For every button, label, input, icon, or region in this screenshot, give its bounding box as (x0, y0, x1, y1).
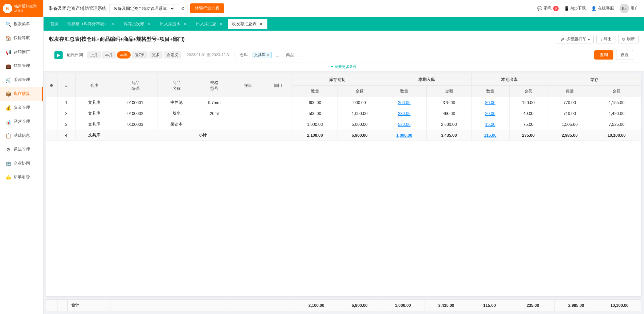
col-out-amt-header: 金额 (509, 86, 547, 97)
row-open-qty: 600.00 (293, 97, 337, 108)
basic-info-icon: 📋 (5, 133, 11, 138)
tab-recv_send[interactable]: 收发存汇总表✕ (228, 19, 267, 29)
col-settings-header[interactable]: ⚙ (46, 74, 57, 97)
goods-filter-label: 商品 (286, 52, 294, 58)
tab-close-inout_summary[interactable]: ✕ (218, 21, 223, 26)
sidebar-item-operations[interactable]: 📊经营管理 (0, 115, 43, 129)
tab-inventory_dist[interactable]: 现存量（库存分布表）✕ (63, 19, 119, 29)
row-out-qty[interactable]: 80.00 (471, 97, 509, 108)
search-icon: 🔍 (5, 21, 11, 27)
sidebar-item-label-finance: 资金管理 (14, 105, 30, 111)
date-btn-近7天[interactable]: 近7天 (132, 51, 148, 59)
row-spec (195, 119, 233, 130)
date-btn-自定义[interactable]: 自定义 (164, 51, 181, 59)
tab-home[interactable]: 首页 (46, 19, 63, 29)
online-service-label: 在线客服 (598, 5, 614, 11)
export-btn[interactable]: ↓ 导出 (596, 35, 615, 44)
date-btn-本年[interactable]: 本年 (117, 51, 131, 59)
row-out-qty[interactable]: 15.00 (471, 119, 509, 130)
row-close-amt: 1,420.00 (592, 108, 641, 119)
experience-btn[interactable]: 体验行业方案 (190, 3, 224, 13)
sidebar-item-newbie[interactable]: 🌟新手引导 (0, 170, 43, 184)
export-icon: ↓ (600, 37, 602, 42)
close-icon-inout_flow[interactable]: ✕ (182, 21, 187, 26)
goods-more-btn[interactable]: ... (298, 53, 302, 57)
system-select[interactable]: 装备及固定资产辅助管理系统 (109, 4, 175, 13)
close-icon-batch[interactable]: ✕ (146, 21, 151, 26)
sidebar-item-finance[interactable]: 💰资金管理 (0, 101, 43, 115)
date-btn-更多[interactable]: 更多 (149, 51, 163, 59)
tab-inout_flow[interactable]: 出入库流水✕ (156, 19, 191, 29)
expand-more-btn[interactable]: ▾ 展开更多条件 (331, 64, 357, 69)
user-item[interactable]: Ea 用户 (620, 4, 639, 13)
sidebar-item-quick-nav[interactable]: 🏠快捷导航 (0, 31, 43, 45)
settings-gear-icon[interactable]: ⚙ (178, 4, 187, 13)
tab-label-home: 首页 (50, 21, 59, 27)
col-in-qty-header: 数量 (382, 86, 427, 97)
warehouse-more-btn[interactable]: ... (276, 53, 279, 57)
warehouse-tag-close-icon[interactable]: ✕ (267, 53, 269, 57)
sidebar-item-inventory[interactable]: 📦库存核算 (0, 87, 43, 101)
sidebar-item-enterprise[interactable]: 🏢企业协同 (0, 156, 43, 170)
close-icon-inventory_dist[interactable]: ✕ (110, 21, 115, 26)
row-out-qty[interactable]: 20.00 (471, 108, 509, 119)
warehouse-filter-label: 仓库 (240, 52, 248, 58)
col-dept-header: 部门 (263, 74, 293, 97)
row-out-amt: 75.00 (509, 119, 547, 130)
tab-close-batch[interactable]: ✕ (146, 21, 151, 26)
sub-label: 小计 (113, 130, 293, 141)
date-btn-上月[interactable]: 上月 (87, 51, 101, 59)
refresh-btn[interactable]: ↻ 刷新 (618, 35, 639, 44)
table-row: 3 文具库 0100003 采访本 1,000.00 5,000.00 520.… (46, 119, 641, 130)
tab-close-recv_send[interactable]: ✕ (259, 21, 263, 26)
col-project-header: 项目 (233, 74, 263, 97)
newbie-icon: 🌟 (5, 175, 11, 180)
row-in-qty[interactable]: 520.00 (382, 119, 427, 130)
row-out-amt: 120.00 (509, 97, 547, 108)
sub-in-qty[interactable]: 1,000.00 (382, 130, 427, 141)
sidebar-item-marketing[interactable]: 📢营销推广 (0, 45, 43, 59)
row-in-qty[interactable]: 230.00 (382, 108, 427, 119)
row-dept (263, 108, 293, 119)
online-service-item[interactable]: 👤 在线客服 (591, 5, 614, 11)
sidebar-item-label-inventory: 库存核算 (14, 91, 30, 97)
close-icon-inout_summary[interactable]: ✕ (218, 21, 223, 26)
date-quick-btns: 上月本月本年近7天更多自定义 (87, 51, 181, 59)
tabs-bar: 首页现存量（库存分布表）✕库存批次账✕出入库流水✕出入库汇总✕收发存汇总表✕ (44, 17, 644, 31)
row-code: 0100002 (113, 108, 158, 119)
warehouse-tag-text: 文具库 (254, 52, 265, 57)
operations-icon: 📊 (5, 119, 11, 125)
purchase-icon: 🛒 (5, 77, 11, 83)
setting-btn[interactable]: 设置 (616, 50, 633, 60)
tab-close-inout_flow[interactable]: ✕ (182, 21, 187, 26)
total-close-qty-cell: 2,985.00 (555, 300, 598, 311)
sidebar-item-sales[interactable]: 💼销售管理 (0, 59, 43, 73)
tab-batch[interactable]: 库存批次账✕ (120, 19, 155, 29)
date-btn-本月[interactable]: 本月 (102, 51, 116, 59)
app-download-item[interactable]: 📱 App下载 (564, 5, 586, 11)
page-title-row: 收发存汇总表(按仓库+商品编码+商品+规格型号+项目+部门) 🖨 拣货版打印 ▾… (49, 35, 639, 44)
sidebar-item-search[interactable]: 🔍搜索菜单 (0, 17, 43, 31)
user-label: 用户 (630, 5, 639, 11)
print-btn[interactable]: 🖨 拣货版打印 ▾ (557, 35, 594, 44)
total-out-amt-cell: 235.00 (511, 300, 555, 311)
message-item[interactable]: 💬 消息 6 (537, 5, 559, 11)
sub-out-qty[interactable]: 115.00 (471, 130, 509, 141)
row-name: 胶水 (158, 108, 195, 119)
sidebar-item-system[interactable]: ⚙系统管理 (0, 143, 43, 156)
table-row: 2 文具库 0100002 胶水 20ml 500.00 1,000.00 23… (46, 108, 641, 119)
row-in-qty[interactable]: 250.00 (382, 97, 427, 108)
close-icon-recv_send[interactable]: ✕ (259, 21, 263, 26)
tab-close-inventory_dist[interactable]: ✕ (110, 21, 115, 26)
col-inbound-header: 本期入库 (382, 74, 472, 86)
page-header: 收发存汇总表(按仓库+商品编码+商品+规格型号+项目+部门) 🖨 拣货版打印 ▾… (44, 31, 644, 71)
logo-title: 畅库通好生意 (14, 4, 37, 9)
query-btn[interactable]: 查询 (594, 50, 613, 60)
warehouse-tag: 文具库 ✕ (252, 52, 272, 58)
sidebar-item-basic-info[interactable]: 📋基础信息 (0, 129, 43, 143)
total-out-qty-cell: 115.00 (468, 300, 511, 311)
tab-inout_summary[interactable]: 出入库汇总✕ (192, 19, 227, 29)
sidebar-item-purchase[interactable]: 🛒采购管理 (0, 73, 43, 87)
filter-toggle-btn[interactable]: ▶ (54, 51, 63, 59)
page-actions: 🖨 拣货版打印 ▾ ↓ 导出 ↻ 刷新 (557, 35, 639, 44)
